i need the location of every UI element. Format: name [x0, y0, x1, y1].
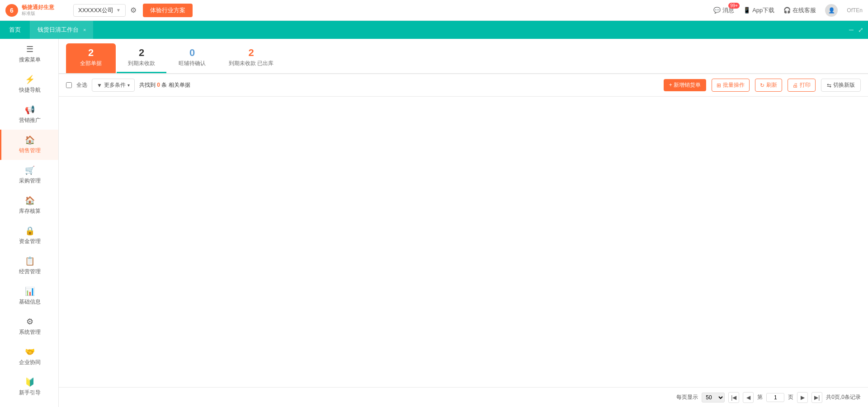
sidebar-item-basic-info[interactable]: 📊 基础信息 — [0, 281, 58, 311]
company-name: XXXXXX公司 — [78, 6, 113, 14]
basic-info-icon: 📊 — [25, 286, 35, 296]
stat-tab-overdue-shipped[interactable]: 2 到期未收款 已出库 — [218, 43, 284, 73]
app-download-button[interactable]: 📱 App下载 — [743, 6, 774, 14]
last-page-button[interactable]: ▶| — [811, 392, 822, 403]
tab-right-controls: ─ ⤢ — [849, 26, 868, 33]
sidebar-label-enterprise: 企业协同 — [19, 359, 41, 366]
company-selector[interactable]: XXXXXX公司 ▼ — [73, 4, 126, 17]
online-service-label: 在线客服 — [793, 6, 816, 14]
sales-icon: 🏠 — [25, 135, 35, 145]
page-label: 第 — [757, 393, 763, 401]
sidebar-item-app-center[interactable]: 📦 应用中心 — [0, 402, 58, 407]
sidebar-label-quick-nav: 快捷导航 — [19, 86, 41, 94]
filter-chevron-icon: ▾ — [127, 83, 130, 88]
prev-page-button[interactable]: ◀ — [743, 392, 754, 403]
logo-sub: 标准版 — [22, 11, 54, 16]
switch-version-button[interactable]: ⇆ 切换新版 — [821, 79, 861, 92]
sidebar-label-system: 系统管理 — [19, 328, 41, 336]
first-page-button[interactable]: |◀ — [728, 392, 739, 403]
stat-num-overdue-shipped: 2 — [249, 47, 254, 59]
stat-num-all: 2 — [88, 47, 94, 59]
message-badge: 99+ — [728, 3, 740, 9]
sidebar-label-purchase: 采购管理 — [19, 177, 41, 185]
sidebar-item-enterprise[interactable]: 🤝 企业协同 — [0, 342, 58, 372]
tab-maximize-button[interactable]: ⤢ — [858, 26, 863, 33]
page-suffix: 页 — [788, 393, 793, 401]
sidebar-label-inventory: 库存核算 — [19, 207, 41, 215]
switch-icon: ⇆ — [827, 82, 831, 89]
main-layout: ☰ 搜索菜单 ⚡ 快捷导航 📢 营销推广 🏠 销售管理 🛒 采购管理 🏠 库存核… — [0, 39, 868, 407]
sidebar-item-search-menu[interactable]: ☰ 搜索菜单 — [0, 39, 58, 69]
search-menu-icon: ☰ — [26, 44, 33, 54]
print-button[interactable]: 🖨 打印 — [788, 79, 816, 92]
sidebar-label-basic-info: 基础信息 — [19, 298, 41, 306]
stat-tab-wangwang[interactable]: 0 旺辅待确认 — [167, 43, 217, 73]
sidebar-item-quick-nav[interactable]: ⚡ 快捷导航 — [0, 69, 58, 99]
message-button[interactable]: 💬 消息 99+ — [713, 6, 734, 14]
sidebar-item-inventory[interactable]: 🏠 库存核算 — [0, 190, 58, 220]
pagination: 每页显示 50 10 20 100 |◀ ◀ 第 页 ▶ ▶| 共0页,0条记录 — [59, 387, 868, 407]
current-page-input[interactable] — [766, 393, 784, 402]
sidebar-label-operations: 经营管理 — [19, 268, 41, 276]
sidebar-item-operations[interactable]: 📋 经营管理 — [0, 251, 58, 281]
per-page-select[interactable]: 50 10 20 100 — [702, 393, 725, 402]
per-page-label: 每页显示 — [676, 393, 698, 401]
tab-bar: 首页 钱货日清工作台 × ─ ⤢ — [0, 21, 868, 39]
system-icon: ⚙ — [26, 317, 33, 327]
stat-num-wangwang: 0 — [189, 47, 195, 59]
top-header: 6 畅捷通好生意 标准版 XXXXXX公司 ▼ ⚙ 体验行业方案 💬 消息 99… — [0, 0, 868, 21]
next-page-button[interactable]: ▶ — [797, 392, 808, 403]
print-icon: 🖨 — [793, 82, 798, 89]
sidebar-item-finance[interactable]: 🔒 资金管理 — [0, 220, 58, 251]
filter-icon: ▼ — [97, 82, 102, 89]
stat-label-wangwang: 旺辅待确认 — [179, 60, 206, 67]
marketing-icon: 📢 — [25, 105, 35, 115]
chevron-down-icon: ▼ — [116, 8, 121, 13]
inventory-icon: 🏠 — [25, 196, 35, 206]
tab-minimize-button[interactable]: ─ — [849, 26, 854, 33]
service-icon: 🎧 — [783, 7, 791, 14]
online-service-button[interactable]: 🎧 在线客服 — [783, 6, 816, 14]
settings-button[interactable]: ⚙ — [130, 6, 137, 14]
select-all-checkbox[interactable] — [66, 82, 72, 88]
tab-active[interactable]: 钱货日清工作台 × — [30, 21, 93, 39]
tab-active-label: 钱货日清工作台 — [38, 26, 79, 34]
sidebar-item-purchase[interactable]: 🛒 采购管理 — [0, 160, 58, 190]
trial-button[interactable]: 体验行业方案 — [143, 4, 193, 17]
sidebar-item-marketing[interactable]: 📢 营销推广 — [0, 99, 58, 130]
filter-label: 更多条件 — [104, 81, 126, 89]
tab-home[interactable]: 首页 — [0, 21, 30, 39]
select-all-label: 全选 — [76, 81, 87, 89]
message-icon: 💬 — [713, 7, 721, 14]
phone-icon: 📱 — [743, 7, 750, 14]
stat-label-all: 全部单据 — [80, 60, 102, 67]
stat-tab-overdue[interactable]: 2 到期未收款 — [117, 43, 166, 73]
sidebar-item-system[interactable]: ⚙ 系统管理 — [0, 311, 58, 342]
often-label: OfTEn — [847, 7, 863, 14]
sidebar-label-finance: 资金管理 — [19, 238, 41, 245]
refresh-button[interactable]: ↻ 刷新 — [755, 79, 782, 92]
stat-label-overdue-shipped: 到期未收款 已出库 — [229, 60, 274, 67]
tab-close-button[interactable]: × — [83, 27, 86, 33]
avatar[interactable]: 👤 — [825, 4, 838, 17]
add-sale-order-button[interactable]: + 新增销货单 — [664, 79, 706, 91]
sidebar-label-search-menu: 搜索菜单 — [19, 56, 41, 64]
stat-num-overdue: 2 — [139, 47, 144, 59]
stat-tab-all[interactable]: 2 全部单据 — [66, 43, 116, 73]
batch-operation-button[interactable]: ⊞ 批量操作 — [712, 79, 750, 92]
sidebar-item-guide[interactable]: 🔰 新手引导 — [0, 372, 58, 402]
logo-text-area: 畅捷通好生意 标准版 — [22, 4, 54, 16]
sidebar-item-sales[interactable]: 🏠 销售管理 — [0, 130, 58, 160]
quick-nav-icon: ⚡ — [25, 75, 35, 84]
sidebar-label-marketing: 营销推广 — [19, 117, 41, 124]
purchase-icon: 🛒 — [25, 165, 35, 175]
logo-area: 6 畅捷通好生意 标准版 — [5, 4, 64, 17]
finance-icon: 🔒 — [25, 226, 35, 236]
enterprise-icon: 🤝 — [25, 347, 35, 357]
toolbar: 全选 ▼ 更多条件 ▾ 共找到 0 条 相关单据 + 新增销货单 ⊞ 批量操作 — [59, 74, 868, 97]
filter-button[interactable]: ▼ 更多条件 ▾ — [92, 79, 135, 92]
table-area — [59, 97, 868, 387]
operations-icon: 📋 — [25, 256, 35, 266]
sidebar-label-guide: 新手引导 — [19, 389, 41, 397]
toolbar-right: + 新增销货单 ⊞ 批量操作 ↻ 刷新 🖨 打印 ⇆ 切换新版 — [664, 79, 861, 92]
